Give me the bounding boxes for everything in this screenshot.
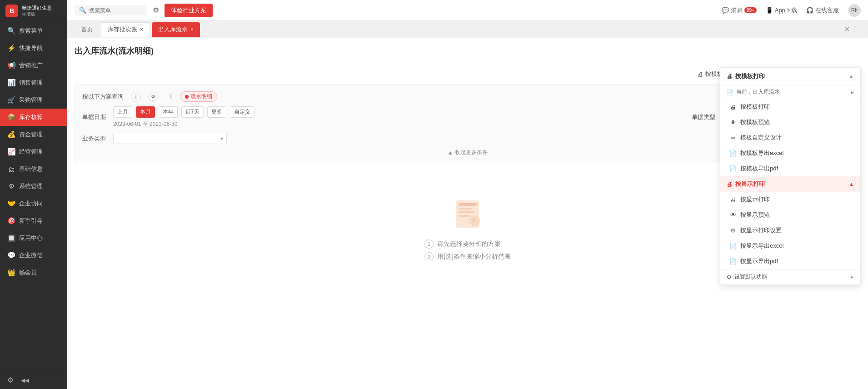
date-btn-本月[interactable]: 本月 [136, 106, 155, 118]
sidebar: B 畅捷通好生意 标准版 🔍搜索菜单⚡快捷导航📢营销推广📊销售管理🛒采购管理📦库… [0, 0, 67, 389]
dropdown-section-title: 🖨 按显示打印 [727, 180, 765, 188]
dropdown-template-item[interactable]: 🖨按模板打印 [720, 99, 860, 115]
sidebar-item-icon: 🔲 [7, 234, 15, 242]
date-btn-上月[interactable]: 上月 [113, 106, 132, 118]
sidebar-collapse-icon[interactable]: ◀◀ [21, 377, 29, 384]
empty-steps: 1 请先选择要分析的方案 2 用[选]条件来缩小分析范围 [424, 239, 511, 265]
online-service-btn[interactable]: 🎧 在线客服 [806, 6, 839, 15]
dropdown-print-icon: 🖨 [727, 73, 733, 80]
sidebar-item-icon: 🗂 [7, 165, 15, 173]
business-type-label: 业务类型 [82, 135, 106, 143]
dropdown-display-item[interactable]: ⚙按显示打印设置 [720, 223, 860, 238]
dropdown-section-chevron[interactable]: ▲ [849, 181, 854, 187]
message-icon: 💬 [722, 7, 729, 14]
sidebar-item-新手引导[interactable]: 🎯新手引导 [0, 212, 67, 229]
sidebar-item-基础信息[interactable]: 🗂基础信息 [0, 160, 67, 178]
step-2-text: 用[选]条件来缩小分析范围 [437, 253, 511, 261]
dropdown-template-item[interactable]: 👁按模板预览 [720, 115, 860, 130]
tab-fullscreen-icon[interactable]: ⛶ [853, 25, 861, 34]
dropdown-template-item[interactable]: ✏模板自定义设计 [720, 130, 860, 145]
business-type-select-wrap [113, 133, 227, 144]
sidebar-item-系统管理[interactable]: ⚙系统管理 [0, 178, 67, 195]
sidebar-item-应用中心[interactable]: 🔲应用中心 [0, 229, 67, 247]
business-type-select[interactable] [113, 133, 227, 144]
dropdown-display-item[interactable]: 📄按显示导出excel [720, 238, 860, 254]
dropdown-template-item[interactable]: 📄按模板导出pdf [720, 161, 860, 176]
dropdown-current-chevron[interactable]: ▸ [851, 89, 854, 95]
tab-stock-flow[interactable]: 出入库流水 × [152, 22, 200, 37]
sidebar-item-label: 库存核算 [19, 113, 43, 121]
dropdown-item-icon: 🖨 [729, 196, 737, 203]
sidebar-item-icon: ⚡ [7, 44, 15, 52]
inventory-batch-close-icon[interactable]: × [140, 26, 143, 33]
filter-tag[interactable]: 流水明细 [180, 91, 217, 102]
sidebar-item-icon: 📦 [7, 113, 15, 121]
stock-flow-close-icon[interactable]: × [190, 26, 194, 33]
sidebar-item-库存核算[interactable]: 📦库存核算 [0, 109, 67, 126]
svg-rect-4 [459, 215, 470, 217]
sidebar-item-label: 采购管理 [19, 96, 43, 104]
filter-collapse-icon[interactable]: 《 [165, 92, 173, 101]
message-btn[interactable]: 💬 消息 99+ [722, 6, 757, 15]
dropdown-item-icon: 📄 [729, 165, 737, 172]
dropdown-display-items: 🖨按显示打印👁按显示预览⚙按显示打印设置📄按显示导出excel📄按显示导出pdf [720, 192, 860, 269]
app-download-label: App下载 [775, 6, 797, 15]
empty-step-1: 1 请先选择要分析的方案 [424, 239, 511, 249]
step-1-num: 1 [424, 239, 434, 249]
dropdown-template-item[interactable]: 📄按模板导出excel [720, 145, 860, 161]
sidebar-item-销售管理[interactable]: 📊销售管理 [0, 74, 67, 91]
date-btn-本年[interactable]: 本年 [159, 106, 178, 118]
tab-home[interactable]: 首页 [75, 22, 99, 37]
dropdown-item-icon: ✏ [729, 134, 737, 141]
sidebar-item-快捷导航[interactable]: ⚡快捷导航 [0, 40, 67, 57]
stock-flow-label: 出入库流水 [158, 25, 188, 34]
sidebar-item-经营管理[interactable]: 📈经营管理 [0, 143, 67, 160]
sidebar-item-营销推广[interactable]: 📢营销推广 [0, 57, 67, 74]
tab-close-all-icon[interactable]: ✕ [844, 25, 850, 34]
date-range: 2023-06-01 至 2023-06-30 [113, 120, 254, 128]
dropdown-item-label: 按模板导出excel [740, 149, 783, 157]
filter-add-btn[interactable]: + [131, 92, 141, 102]
topbar-gear-icon[interactable]: ⚙ [153, 6, 159, 15]
sidebar-item-企业微信[interactable]: 💬企业微信 [0, 247, 67, 264]
sidebar-item-搜索菜单[interactable]: 🔍搜索菜单 [0, 22, 67, 40]
tab-inventory-batch[interactable]: 库存批次账 × [101, 22, 150, 37]
filter-settings-icon: ⚙ [151, 94, 155, 100]
avatar[interactable]: Rit [848, 4, 861, 17]
collapse-chevron-icon: ▲ [448, 150, 453, 156]
dropdown-chevron-up-icon[interactable]: ▲ [848, 73, 854, 80]
dropdown-current-label: 当前：出入库流水 [736, 88, 780, 96]
dropdown-display-item[interactable]: 👁按显示预览 [720, 207, 860, 223]
filter-settings-btn[interactable]: ⚙ [148, 92, 158, 102]
sidebar-item-采购管理[interactable]: 🛒采购管理 [0, 91, 67, 109]
app-download-btn[interactable]: 📱 App下载 [766, 6, 797, 15]
dropdown-footer[interactable]: ⚙ 设置默认功能 ▸ [720, 269, 860, 284]
print-icon: 🖨 [698, 71, 703, 78]
sidebar-item-label: 系统管理 [19, 182, 43, 190]
date-btn-更多[interactable]: 更多 [207, 106, 226, 118]
tabbar: 首页 库存批次账 × 出入库流水 × ✕ ⛶ [67, 21, 868, 38]
topbar-search-box[interactable]: 🔍 [75, 5, 147, 15]
dropdown-display-item[interactable]: 📄按显示导出pdf [720, 254, 860, 269]
topbar: 🔍 ⚙ 体验行业方案 💬 消息 99+ 📱 App下载 🎧 在线客服 Rit [67, 0, 868, 21]
dropdown-header-actions: ▲ [848, 73, 854, 80]
sidebar-item-label: 新手引导 [19, 217, 43, 225]
date-btn-自定义[interactable]: 自定义 [230, 106, 254, 118]
search-input[interactable] [89, 7, 143, 14]
tab-panel-controls: ✕ ⛶ [844, 25, 861, 34]
date-btn-近7天[interactable]: 近7天 [181, 106, 204, 118]
dropdown-section-header[interactable]: 🖨 按显示打印 ▲ [720, 176, 860, 192]
sidebar-gear-icon[interactable]: ⚙ [7, 376, 14, 384]
sidebar-item-企业协同[interactable]: 🤝企业协同 [0, 195, 67, 212]
sidebar-item-icon: 📈 [7, 148, 15, 156]
dropdown-display-item[interactable]: 🖨按显示打印 [720, 192, 860, 207]
sidebar-item-畅会员[interactable]: 👑畅会员 [0, 264, 67, 281]
sidebar-item-icon: 🔍 [7, 27, 15, 35]
dropdown-footer-chevron[interactable]: ▸ [851, 274, 854, 280]
dropdown-item-icon: 📄 [729, 242, 737, 249]
headset-icon: 🎧 [806, 7, 813, 14]
trial-btn[interactable]: 体验行业方案 [165, 4, 213, 17]
dropdown-item-icon: 📄 [729, 150, 737, 157]
dropdown-current-template: 📄 当前：出入库流水 ▸ [720, 85, 860, 99]
sidebar-item-资金管理[interactable]: 💰资金管理 [0, 126, 67, 143]
